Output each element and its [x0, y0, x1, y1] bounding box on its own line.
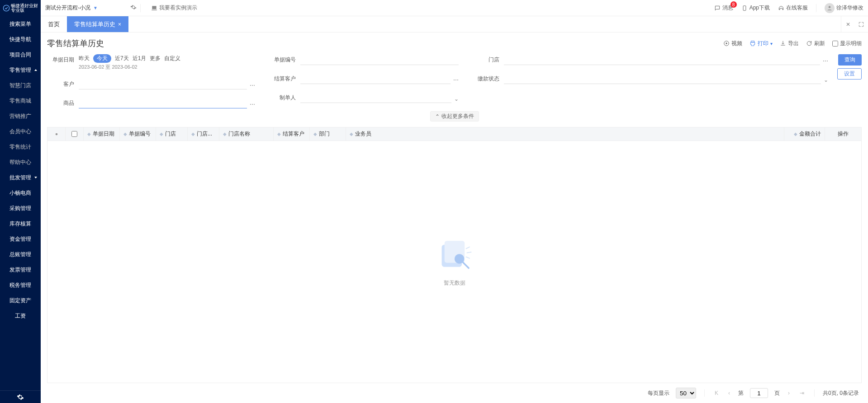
- sort-icon: ◆: [277, 131, 281, 136]
- app-download-button[interactable]: App下载: [741, 4, 770, 12]
- query-button[interactable]: 查询: [838, 54, 862, 66]
- online-service-button[interactable]: 在线客服: [778, 4, 808, 12]
- more-icon[interactable]: ⋯: [250, 101, 255, 108]
- show-detail-checkbox[interactable]: [832, 41, 838, 47]
- filter-goods: 商品 ⋯: [47, 98, 255, 108]
- collect-status-input[interactable]: [504, 73, 821, 84]
- user-menu[interactable]: 徐泽华修改: [825, 3, 863, 13]
- settle-customer-input[interactable]: [300, 73, 451, 84]
- col-no[interactable]: ◆单据编号: [120, 127, 156, 141]
- sidebar-subitem[interactable]: 帮助中心: [0, 155, 41, 170]
- filter-date: 单据日期 昨天今天近7天近1月更多自定义 2023-06-02 至 2023-0…: [47, 54, 255, 70]
- sidebar-item[interactable]: 项目合同: [0, 47, 41, 62]
- video-label: 视频: [731, 40, 742, 47]
- more-icon[interactable]: ⋯: [453, 77, 459, 84]
- goods-input[interactable]: [79, 98, 247, 108]
- col-store-ext[interactable]: ◆门店...: [188, 127, 219, 141]
- sidebar-item[interactable]: 小畅电商: [0, 185, 41, 201]
- close-all-tabs-button[interactable]: ✕: [841, 16, 854, 33]
- date-preset[interactable]: 昨天: [79, 55, 90, 62]
- customer-input[interactable]: [79, 79, 247, 89]
- date-preset[interactable]: 更多: [150, 55, 161, 62]
- demo-link[interactable]: 我要看实例演示: [151, 4, 197, 12]
- sidebar-item[interactable]: 搜索菜单: [0, 16, 41, 32]
- sidebar-subitem[interactable]: 零售统计: [0, 139, 41, 155]
- sidebar-item[interactable]: 库存核算: [0, 216, 41, 231]
- tab-active-label: 零售结算单历史: [74, 20, 115, 28]
- export-action[interactable]: 导出: [780, 40, 799, 47]
- entity-name: 测试分开流程-小况: [45, 4, 90, 12]
- sidebar-subitem[interactable]: 会员中心: [0, 124, 41, 139]
- sidebar-item[interactable]: 总账管理: [0, 247, 41, 262]
- tab-retail-settlement-history[interactable]: 零售结算单历史 ×: [67, 16, 128, 32]
- print-action[interactable]: 打印▾: [749, 40, 773, 47]
- messages-button[interactable]: 消息 8: [714, 4, 733, 12]
- tab-home[interactable]: 首页: [41, 16, 67, 32]
- date-preset[interactable]: 近1月: [133, 55, 147, 62]
- export-label: 导出: [788, 40, 799, 47]
- chevron-down-icon[interactable]: ⌄: [824, 77, 828, 84]
- date-preset[interactable]: 今天: [93, 54, 111, 63]
- entity-settings-icon[interactable]: [130, 4, 137, 12]
- filter-settle-customer-label: 结算客户: [269, 73, 300, 83]
- collapse-filters-button[interactable]: ⌃ 收起更多条件: [430, 111, 479, 122]
- per-page-select[interactable]: 50: [676, 388, 696, 398]
- filter-settle-customer: 结算客户 ⋯: [269, 73, 459, 84]
- col-store-name[interactable]: ◆门店名称: [219, 127, 274, 141]
- last-page-button[interactable]: ⇥: [798, 390, 806, 396]
- page-input[interactable]: [750, 388, 768, 398]
- sidebar-subitem[interactable]: 营销推广: [0, 108, 41, 124]
- show-detail-toggle[interactable]: 显示明细: [832, 40, 862, 47]
- date-preset[interactable]: 近7天: [115, 55, 129, 62]
- sidebar-item[interactable]: 批发管理: [0, 170, 41, 185]
- sidebar-items: 搜索菜单快捷导航项目合同零售管理智慧门店零售商城营销推广会员中心零售统计帮助中心…: [0, 16, 41, 390]
- date-preset[interactable]: 自定义: [164, 55, 180, 62]
- sidebar-item[interactable]: 固定资产: [0, 293, 41, 308]
- prev-page-button[interactable]: ‹: [726, 390, 732, 396]
- sidebar-subitem[interactable]: 智慧门店: [0, 78, 41, 93]
- export-icon: [780, 40, 786, 47]
- store-input[interactable]: [504, 54, 820, 65]
- filter-customer-label: 客户: [47, 79, 79, 88]
- sidebar-item[interactable]: 快捷导航: [0, 32, 41, 47]
- sidebar-item[interactable]: 税务管理: [0, 277, 41, 293]
- sidebar-item[interactable]: 零售管理: [0, 62, 41, 78]
- refresh-label: 刷新: [814, 40, 825, 47]
- filter-customer: 客户 ⋯: [47, 79, 255, 89]
- next-page-button[interactable]: ›: [786, 390, 792, 396]
- col-date[interactable]: ◆单据日期: [84, 127, 120, 141]
- page-title: 零售结算单历史: [47, 38, 104, 49]
- video-action[interactable]: 视频: [723, 40, 742, 47]
- sidebar-item[interactable]: 资金管理: [0, 231, 41, 247]
- doc-no-input[interactable]: [300, 54, 459, 65]
- table-settings-col[interactable]: [47, 127, 66, 141]
- col-store[interactable]: ◆门店: [156, 127, 188, 141]
- col-settle-customer[interactable]: ◆结算客户: [274, 127, 310, 141]
- sidebar-item[interactable]: 发票管理: [0, 262, 41, 277]
- sidebar-subitem[interactable]: 零售商城: [0, 93, 41, 108]
- chevron-down-icon: ▼: [93, 5, 98, 10]
- fullscreen-button[interactable]: [854, 21, 868, 28]
- col-dept[interactable]: ◆部门: [310, 127, 346, 141]
- refresh-icon: [806, 40, 812, 47]
- col-salesman[interactable]: ◆业务员: [346, 127, 784, 141]
- more-icon[interactable]: ⋯: [823, 58, 828, 65]
- close-icon[interactable]: ×: [118, 21, 121, 28]
- sort-icon: ◆: [123, 131, 127, 136]
- first-page-button[interactable]: K: [713, 390, 720, 396]
- entity-selector[interactable]: 测试分开流程-小况 ▼: [45, 4, 127, 12]
- sidebar-settings[interactable]: [0, 390, 41, 403]
- filter-settings-button[interactable]: 设置: [837, 68, 862, 80]
- chevron-down-icon[interactable]: ⌄: [454, 96, 459, 103]
- select-all-col[interactable]: [66, 127, 84, 141]
- filter-maker-label: 制单人: [269, 92, 300, 102]
- refresh-action[interactable]: 刷新: [806, 40, 825, 47]
- select-all-checkbox[interactable]: [71, 131, 77, 137]
- col-amount[interactable]: ◆金额合计: [784, 127, 825, 141]
- maker-input[interactable]: [300, 92, 451, 103]
- filters-panel: 单据日期 昨天今天近7天近1月更多自定义 2023-06-02 至 2023-0…: [41, 52, 868, 124]
- sidebar-item[interactable]: 采购管理: [0, 201, 41, 216]
- more-icon[interactable]: ⋯: [250, 82, 255, 89]
- sidebar-item[interactable]: 工资: [0, 308, 41, 323]
- filter-goods-label: 商品: [47, 98, 79, 107]
